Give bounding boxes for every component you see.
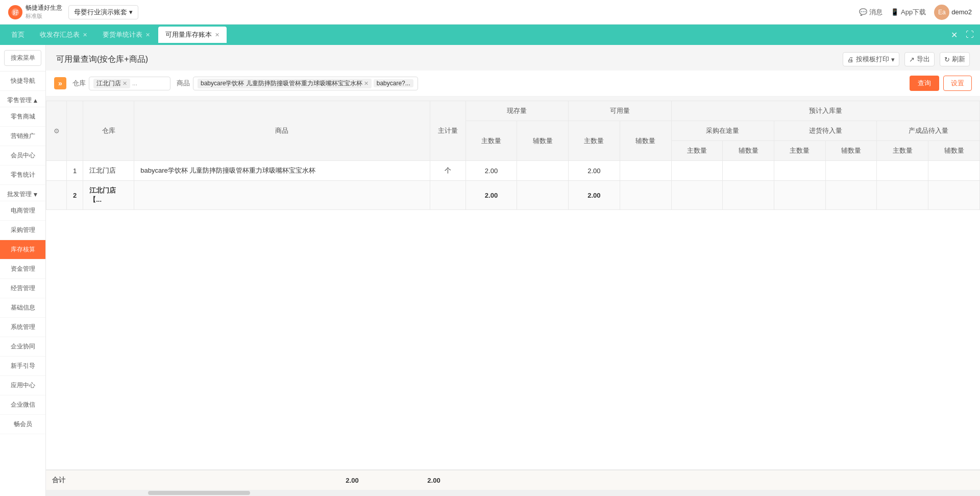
footer-avail-main: 2.00 [413, 477, 454, 484]
svg-text:好: 好 [13, 9, 18, 15]
product-input[interactable]: babycare学饮杯 儿童防摔防撞吸管杯重力球吸嘴杯宝宝水杯 ✕ babyca… [193, 77, 418, 90]
sidebar-item-app-center[interactable]: 应用中心 [0, 376, 45, 395]
th-production-pending: 产成品待入量 [877, 121, 980, 141]
sidebar-item-inventory-check[interactable]: 库存核算 [0, 240, 45, 259]
product-tag1-close[interactable]: ✕ [364, 80, 369, 87]
sidebar-item-ops-mgmt[interactable]: 经营管理 [0, 279, 45, 298]
user-action[interactable]: Ea demo2 [934, 5, 972, 20]
product-tag2-value: babycare?... [377, 80, 410, 87]
export-icon: ↗ [909, 56, 915, 63]
th-avail-main: 主数量 [569, 121, 620, 161]
sidebar-item-wholesale-mgmt[interactable]: 批发管理 ▼ [0, 185, 45, 201]
warehouse-tag-close[interactable]: ✕ [122, 80, 127, 87]
tab-home[interactable]: 首页 [4, 27, 32, 43]
sidebar-item-retail-mgmt[interactable]: 零售管理 ▲ [0, 91, 45, 107]
footer-values: 2.00 2.00 [113, 477, 974, 484]
product-filter: 商品 babycare学饮杯 儿童防摔防撞吸管杯重力球吸嘴杯宝宝水杯 ✕ bab… [177, 77, 418, 90]
table-container[interactable]: ⚙ 仓库 商品 主计量 现存量 可用量 预计入库量 主数量 辅数量 主数量 辅数… [46, 101, 980, 469]
cell-avail-aux-1 [620, 161, 671, 181]
cell-incoming-main-1 [774, 161, 826, 181]
sidebar-item-marketing[interactable]: 营销推广 [0, 127, 45, 146]
refresh-label: 刷新 [952, 55, 965, 64]
data-table: ⚙ 仓库 商品 主计量 现存量 可用量 预计入库量 主数量 辅数量 主数量 辅数… [46, 101, 980, 210]
sidebar-item-enterprise-wechat[interactable]: 企业微信 [0, 395, 45, 415]
cell-current-main-2: 2.00 [465, 181, 517, 210]
sidebar-item-basic-info[interactable]: 基础信息 [0, 298, 45, 318]
top-bar-right: 💬 消息 📱 App下载 Ea demo2 [859, 5, 972, 20]
sidebar-item-quick-nav[interactable]: 快捷导航 [0, 72, 45, 91]
tab-receipt-summary-close[interactable]: ✕ [83, 32, 87, 38]
warehouse-input[interactable]: 江北门店 ✕ ... [89, 77, 170, 90]
cell-current-aux-2 [517, 181, 569, 210]
tab-available-stock[interactable]: 可用量库存账本 ✕ [158, 27, 227, 43]
username: demo2 [951, 8, 972, 16]
cell-product-1: babycare学饮杯 儿童防摔防撞吸管杯重力球吸嘴杯宝宝水杯 [134, 161, 430, 181]
print-chevron-icon: ▾ [891, 56, 895, 63]
download-action[interactable]: 📱 App下载 [891, 8, 926, 17]
filter-toggle-button[interactable]: » [54, 77, 66, 89]
th-gear[interactable]: ⚙ [46, 101, 67, 161]
search-menu-button[interactable]: 搜索菜单 [4, 50, 41, 66]
top-bar-left: 好 畅捷通好生意 标准版 母婴行业演示账套 ▾ [8, 4, 138, 20]
tab-expand-btn[interactable]: ⛶ [964, 28, 976, 42]
sidebar-item-new-guide[interactable]: 新手引导 [0, 357, 45, 376]
warehouse-more[interactable]: ... [132, 80, 137, 87]
sidebar-item-enterprise-collab[interactable]: 企业协同 [0, 337, 45, 357]
filter-actions: 查询 设置 [910, 76, 972, 91]
sidebar-item-vip-member[interactable]: 畅会员 [0, 415, 45, 434]
setting-button[interactable]: 设置 [943, 76, 972, 91]
query-button[interactable]: 查询 [910, 76, 939, 91]
sidebar-item-wholesale-label: 批发管理 [7, 190, 32, 199]
scroll-thumb[interactable] [148, 491, 250, 495]
th-incoming-aux: 辅数量 [825, 141, 877, 161]
th-seq [67, 101, 83, 161]
sidebar-search-area: 搜索菜单 [0, 45, 45, 72]
refresh-btn[interactable]: ↻ 刷新 [940, 52, 970, 66]
th-current-stock: 现存量 [465, 101, 568, 121]
logo-icon: 好 [8, 5, 22, 19]
cell-production-main-2 [877, 181, 928, 210]
content-area: 可用量查询(按仓库+商品) 🖨 按模板打印 ▾ ↗ 导出 ↻ 刷新 » [46, 45, 980, 496]
footer-current-main: 2.00 [332, 477, 373, 484]
sidebar-item-retail-shop[interactable]: 零售商城 [0, 107, 45, 127]
bottom-scrollbar[interactable] [46, 490, 980, 496]
tab-receipt-summary[interactable]: 收发存汇总表 ✕ [33, 27, 94, 43]
tab-order-stats-close[interactable]: ✕ [145, 32, 150, 38]
cell-incoming-main-2 [774, 181, 826, 210]
th-current-main: 主数量 [465, 121, 517, 161]
tab-order-stats[interactable]: 要货单统计表 ✕ [95, 27, 157, 43]
footer-current-aux [373, 477, 413, 484]
cell-unit-1: 个 [430, 161, 465, 181]
th-product: 商品 [134, 101, 430, 161]
filter-bar: » 仓库 江北门店 ✕ ... 商品 babycare学饮杯 儿童防摔防撞吸管杯… [46, 70, 980, 97]
cell-avail-main-1: 2.00 [569, 161, 620, 181]
tab-close-all-btn[interactable]: ✕ [949, 28, 960, 42]
cell-gear [46, 161, 67, 181]
logo-text-block: 畅捷通好生意 标准版 [26, 4, 62, 20]
th-unit: 主计量 [430, 101, 465, 161]
th-purchase-aux: 辅数量 [723, 141, 774, 161]
warehouse-tag: 江北门店 ✕ [93, 79, 130, 88]
page-header: 可用量查询(按仓库+商品) 🖨 按模板打印 ▾ ↗ 导出 ↻ 刷新 [46, 45, 980, 70]
sidebar-item-sys-mgmt[interactable]: 系统管理 [0, 318, 45, 337]
cell-warehouse-1: 江北门店 [83, 161, 134, 181]
sidebar-item-ecom-mgmt[interactable]: 电商管理 [0, 201, 45, 221]
sidebar: 搜索菜单 快捷导航 零售管理 ▲ 零售商城 营销推广 会员中心 零售统计 批发管… [0, 45, 46, 496]
th-warehouse: 仓库 [83, 101, 134, 161]
sidebar-item-finance-mgmt[interactable]: 资金管理 [0, 259, 45, 279]
sidebar-item-retail-stats[interactable]: 零售统计 [0, 166, 45, 185]
cell-purchase-aux-1 [723, 161, 774, 181]
export-btn[interactable]: ↗ 导出 [904, 52, 935, 66]
message-action[interactable]: 💬 消息 [859, 8, 883, 17]
product-label: 商品 [177, 79, 190, 88]
cell-production-aux-2 [928, 181, 980, 210]
cell-incoming-aux-2 [825, 181, 877, 210]
cell-purchase-main-1 [671, 161, 723, 181]
cell-seq-1: 1 [67, 161, 83, 181]
print-btn[interactable]: 🖨 按模板打印 ▾ [843, 52, 899, 66]
sidebar-item-purchase-mgmt[interactable]: 采购管理 [0, 221, 45, 240]
th-current-aux: 辅数量 [517, 121, 569, 161]
industry-selector[interactable]: 母婴行业演示账套 ▾ [68, 5, 138, 19]
tab-available-stock-close[interactable]: ✕ [215, 32, 219, 38]
sidebar-item-member-center[interactable]: 会员中心 [0, 146, 45, 166]
